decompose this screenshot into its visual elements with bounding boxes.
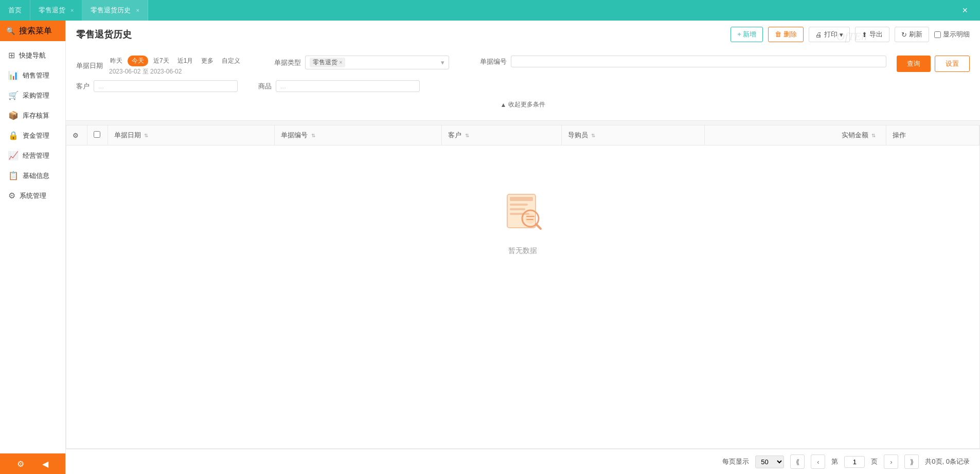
toolbar-buttons: + 新增 🗑 删除 🖨 打印 ▾ ⬆ 导出 ↻ 刷新 xyxy=(730,27,970,42)
tab-retail-return-history-close[interactable]: × xyxy=(136,7,139,13)
th-amount[interactable]: 实销金额 ⇅ xyxy=(705,125,886,145)
type-dropdown-icon[interactable]: ▾ xyxy=(441,59,444,66)
operations-icon: 📈 xyxy=(8,151,19,160)
delete-button[interactable]: 🗑 删除 xyxy=(768,27,804,42)
export-icon: ⬆ xyxy=(862,31,867,39)
date-btn-yesterday[interactable]: 昨天 xyxy=(107,56,126,66)
goods-placeholder: ... xyxy=(280,82,286,90)
new-button[interactable]: + 新增 xyxy=(730,27,763,42)
goods-filter-label: 商品 xyxy=(258,82,272,91)
window-close-button[interactable]: × xyxy=(958,3,972,18)
basic-info-icon: 📋 xyxy=(8,171,19,180)
page-header: 零售退货历史 + 新增 🗑 删除 🖨 打印 ▾ ⬆ 导出 ↻ xyxy=(66,21,980,121)
th-number-label: 单据编号 xyxy=(281,131,308,139)
sidebar-nav: ⊞ 快捷导航 📊 销售管理 🛒 采购管理 📦 库存核算 🔒 资金管理 📈 xyxy=(0,41,65,453)
prev-page-button[interactable]: ‹ xyxy=(811,454,825,469)
query-button[interactable]: 查询 xyxy=(897,56,931,72)
tab-retail-return-history-label: 零售退货历史 xyxy=(91,6,131,15)
sales-icon: 📊 xyxy=(8,70,19,80)
inventory-icon: 📦 xyxy=(8,111,19,120)
main-layout: 🔍 搜索菜单 ⊞ 快捷导航 📊 销售管理 🛒 采购管理 📦 库存核算 🔒 xyxy=(0,21,980,474)
sidebar-item-sales-label: 销售管理 xyxy=(23,71,49,80)
page-number-input[interactable] xyxy=(844,456,865,468)
collapse-row: ▲ 收起更多条件 xyxy=(76,94,970,115)
settings-gear-icon[interactable]: ⚙ xyxy=(73,132,79,139)
first-page-button[interactable]: ⟪ xyxy=(790,454,805,469)
svg-rect-4 xyxy=(510,213,529,215)
date-filter: 单据日期 昨天 今天 近7天 近1月 更多 自定义 2023-06-02 至 2… xyxy=(76,56,243,76)
th-date-label: 单据日期 xyxy=(114,131,141,139)
page-suffix: 页 xyxy=(871,457,878,466)
refresh-icon: ↻ xyxy=(901,31,907,39)
date-btn-7days[interactable]: 近7天 xyxy=(150,56,172,66)
last-page-button[interactable]: ⟫ xyxy=(904,454,919,469)
content-area: 零售退货历史 + 新增 🗑 删除 🖨 打印 ▾ ⬆ 导出 ↻ xyxy=(66,21,980,474)
sidebar: 🔍 搜索菜单 ⊞ 快捷导航 📊 销售管理 🛒 采购管理 📦 库存核算 🔒 xyxy=(0,21,66,474)
type-filter-label: 单据类型 xyxy=(274,58,301,67)
date-btn-today[interactable]: 今天 xyxy=(128,56,148,66)
select-all-checkbox[interactable] xyxy=(94,131,100,138)
customer-filter-input[interactable]: ... xyxy=(94,80,238,92)
empty-state-icon xyxy=(497,187,548,238)
sidebar-item-finance[interactable]: 🔒 资金管理 xyxy=(0,125,65,145)
th-settings[interactable]: ⚙ xyxy=(66,125,87,145)
sidebar-item-basic-info[interactable]: 📋 基础信息 xyxy=(0,166,65,186)
th-guide[interactable]: 导购员 ⇅ xyxy=(561,125,705,145)
sidebar-item-inventory[interactable]: 📦 库存核算 xyxy=(0,105,65,125)
tab-home[interactable]: 首页 xyxy=(0,0,30,21)
tab-retail-return[interactable]: 零售退货 × xyxy=(30,0,82,21)
th-guide-label: 导购员 xyxy=(568,131,588,139)
sidebar-item-system[interactable]: ⚙ 系统管理 xyxy=(0,186,65,206)
per-page-select[interactable]: 20 50 100 xyxy=(755,455,784,468)
print-label: 打印 xyxy=(824,30,838,39)
tab-retail-return-history[interactable]: 零售退货历史 × xyxy=(82,0,148,21)
print-button[interactable]: 🖨 打印 ▾ xyxy=(809,27,850,42)
th-actions: 操作 xyxy=(886,125,979,145)
number-sort-icon: ⇅ xyxy=(311,133,315,138)
filter-settings-button[interactable]: 设置 xyxy=(935,56,970,72)
sidebar-item-quick-nav[interactable]: ⊞ 快捷导航 xyxy=(0,45,65,65)
total-records-label: 共0页, 0条记录 xyxy=(925,457,970,466)
sidebar-bottom: ⚙ ◀ xyxy=(0,453,65,474)
collapse-sidebar-icon[interactable]: ◀ xyxy=(42,459,48,469)
sidebar-item-operations[interactable]: 📈 经营管理 xyxy=(0,145,65,166)
collapse-button[interactable]: ▲ 收起更多条件 xyxy=(496,98,550,111)
date-btn-1month[interactable]: 近1月 xyxy=(174,56,197,66)
refresh-button[interactable]: ↻ 刷新 xyxy=(895,27,929,42)
search-icon: 🔍 xyxy=(6,27,15,35)
th-number[interactable]: 单据编号 ⇅ xyxy=(275,125,442,145)
th-customer[interactable]: 客户 ⇅ xyxy=(441,125,561,145)
type-tag-close[interactable]: × xyxy=(339,60,342,65)
svg-rect-2 xyxy=(510,204,528,206)
top-bar: 首页 零售退货 × 零售退货历史 × × xyxy=(0,0,980,21)
sidebar-item-quick-nav-label: 快捷导航 xyxy=(19,51,46,60)
next-page-button[interactable]: › xyxy=(884,454,898,469)
sidebar-item-purchase[interactable]: 🛒 采购管理 xyxy=(0,85,65,105)
empty-state-row: 暂无数据 xyxy=(66,145,979,297)
filter-row-2: 客户 ... 商品 ... xyxy=(76,78,970,94)
th-amount-label: 实销金额 xyxy=(842,131,868,139)
date-btn-more[interactable]: 更多 xyxy=(198,56,217,66)
th-checkbox[interactable] xyxy=(87,125,108,145)
tab-retail-return-close[interactable]: × xyxy=(70,7,74,13)
sidebar-item-sales[interactable]: 📊 销售管理 xyxy=(0,65,65,85)
th-date[interactable]: 单据日期 ⇅ xyxy=(108,125,275,145)
date-range-display: 2023-06-02 至 2023-06-02 xyxy=(109,67,243,76)
settings-bottom-icon[interactable]: ⚙ xyxy=(17,459,24,469)
sidebar-search[interactable]: 🔍 搜索菜单 xyxy=(0,21,65,41)
number-filter-input[interactable] xyxy=(511,56,886,67)
display-detail-label: 显示明细 xyxy=(943,30,970,39)
display-detail-checkbox[interactable] xyxy=(934,31,941,38)
tab-bar: 首页 零售退货 × 零售退货历史 × xyxy=(0,0,958,21)
type-filter-input[interactable]: 零售退货 × ▾ xyxy=(305,56,449,69)
date-btn-custom[interactable]: 自定义 xyxy=(219,56,243,66)
table-container: ⚙ 单据日期 ⇅ 单据编号 ⇅ xyxy=(66,125,980,449)
sidebar-item-finance-label: 资金管理 xyxy=(23,131,49,140)
svg-rect-1 xyxy=(510,197,533,201)
action-buttons: 查询 设置 xyxy=(897,56,970,72)
goods-filter-input[interactable]: ... xyxy=(276,80,420,92)
amount-sort-icon: ⇅ xyxy=(871,133,876,138)
display-detail-toggle[interactable]: 显示明细 xyxy=(934,30,970,39)
export-button[interactable]: ⬆ 导出 xyxy=(855,27,889,42)
filter-row-1: 单据日期 昨天 今天 近7天 近1月 更多 自定义 2023-06-02 至 2… xyxy=(76,53,970,78)
